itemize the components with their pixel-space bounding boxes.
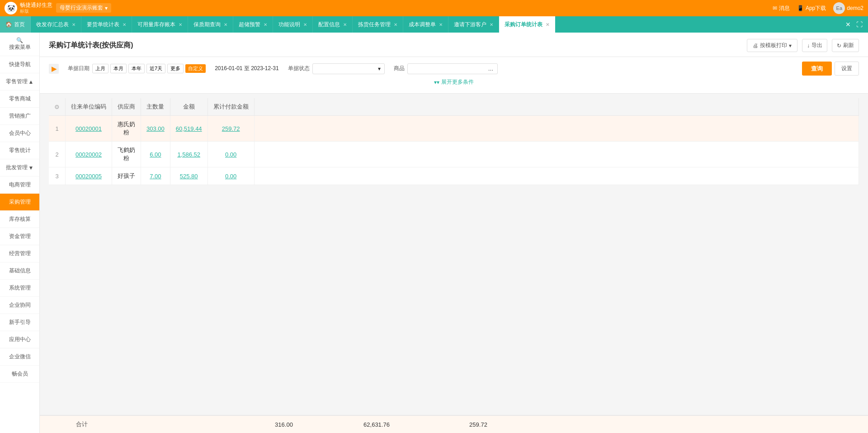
filter-dates: 上月 本月 本年 近7天 更多 自定义 <box>92 64 206 73</box>
app-download-btn[interactable]: 📱 App下载 <box>797 5 826 12</box>
amount-link[interactable]: 525.80 <box>180 173 198 180</box>
tab-keyongliang[interactable]: 可用量库存账本 ✕ <box>132 16 188 33</box>
qty-link[interactable]: 303.00 <box>146 125 165 132</box>
sidebar-item-huiyuanzhongxin[interactable]: 会员中心 <box>0 125 39 142</box>
print-arrow-icon: ▾ <box>789 43 792 49</box>
message-btn[interactable]: ✉ 消息 <box>773 5 790 12</box>
tab-yaoqingxiayou-close-icon[interactable]: ✕ <box>490 22 493 27</box>
sidebar-quick-nav[interactable]: 快捷导航 <box>0 56 39 73</box>
tab-home-label: 首页 <box>14 21 25 29</box>
tab-yaoqingxiayou-label: 邀请下游客户 <box>454 21 486 29</box>
paid-link[interactable]: 0.00 <box>225 151 236 158</box>
refresh-icon: ↻ <box>837 43 841 49</box>
sidebar-item-xitonggaunli[interactable]: 系统管理 <box>0 280 39 297</box>
sidebar-item-changhui[interactable]: 畅会员 <box>0 366 39 383</box>
tab-chengbentiaozhen-label: 成本调整单 <box>409 21 436 29</box>
sidebar-item-qiyeweixin[interactable]: 企业微信 <box>0 348 39 366</box>
nav-close-icon[interactable]: ✕ <box>844 19 853 30</box>
tab-chengbentiaozhen-close-icon[interactable]: ✕ <box>439 22 443 27</box>
col-paid: 累计付款金额 <box>208 98 254 116</box>
sidebar-item-caigouguanli[interactable]: 采购管理 <box>0 194 39 211</box>
sidebar-item-qiyexietong[interactable]: 企业协同 <box>0 297 39 314</box>
workspace-selector[interactable]: 母婴行业演示账套 ▾ <box>56 3 111 13</box>
sidebar-item-kucunhesuan[interactable]: 库存核算 <box>0 211 39 228</box>
print-icon: 🖨 <box>753 43 758 49</box>
tab-yaohuo-close-icon[interactable]: ✕ <box>123 22 126 27</box>
workspace-label: 母婴行业演示账套 <box>60 4 103 12</box>
amount-link[interactable]: 1,586.52 <box>177 151 200 158</box>
sidebar-search[interactable]: 🔍 搜索菜单 <box>0 33 39 56</box>
tab-yaoqingxiayou[interactable]: 邀请下游客户 ✕ <box>448 16 499 33</box>
paid-link[interactable]: 0.00 <box>225 173 236 180</box>
date-btn-shang-yue[interactable]: 上月 <box>92 64 108 73</box>
sidebar-quick-nav-label: 快捷导航 <box>2 61 38 68</box>
tab-caigoudingtongji[interactable]: 采购订单统计表 ✕ <box>499 16 555 33</box>
message-label: 消息 <box>779 5 790 12</box>
export-button[interactable]: ↓ 导出 <box>802 39 827 52</box>
sidebar-xinshouyindao-label: 新手引导 <box>9 319 31 325</box>
refresh-button[interactable]: ↻ 刷新 <box>832 39 859 52</box>
tab-chengbentiaozhen[interactable]: 成本调整单 ✕ <box>403 16 448 33</box>
nav-expand-icon[interactable]: ⛶ <box>854 19 864 30</box>
date-btn-7-days[interactable]: 近7天 <box>146 64 165 73</box>
print-button[interactable]: 🖨 按模板打印 ▾ <box>747 39 797 52</box>
tab-keyongliang-close-icon[interactable]: ✕ <box>179 22 182 27</box>
row-qty: 303.00 <box>141 116 170 142</box>
sidebar-item-lingshoutongji[interactable]: 零售统计 <box>0 142 39 159</box>
tab-baoyuanqi[interactable]: 保质期查询 ✕ <box>188 16 233 33</box>
sidebar-item-lingshougouwu[interactable]: 零售商城 <box>0 90 39 108</box>
tab-peizhi[interactable]: 配置信息 ✕ <box>313 16 353 33</box>
tab-paihuorenwu[interactable]: 拣货任务管理 ✕ <box>353 16 403 33</box>
tab-caigoudingtongji-close-icon[interactable]: ✕ <box>546 22 549 27</box>
sidebar-item-pifahguanli[interactable]: 批发管理 ▼ <box>0 159 39 176</box>
content-area: 采购订单统计表(按供应商) 🖨 按模板打印 ▾ ↓ 导出 ↻ 刷新 <box>40 33 868 433</box>
user-area[interactable]: Ea demo2 <box>833 2 863 14</box>
table-row: 2 00020002 飞鹤奶粉 6.00 1,586.52 0.00 <box>49 142 859 167</box>
sidebar-lingshoutongji-label: 零售统计 <box>9 147 31 153</box>
sidebar-kucunhesuan-label: 库存核算 <box>9 216 31 222</box>
date-btn-ben-nian[interactable]: 本年 <box>128 64 145 73</box>
sidebar-item-lingshoujingying[interactable]: 零售管理 ▲ <box>0 73 39 90</box>
sidebar-item-dianshanguanli[interactable]: 电商管理 <box>0 176 39 194</box>
code-link[interactable]: 00020002 <box>75 151 102 158</box>
date-btn-ben-yue[interactable]: 本月 <box>110 64 127 73</box>
sidebar-item-zijinguanli[interactable]: 资金管理 <box>0 228 39 245</box>
settings-button[interactable]: 设置 <box>835 62 859 76</box>
date-btn-more[interactable]: 更多 <box>167 64 184 73</box>
row-empty <box>254 116 859 142</box>
sidebar-item-yingxiaotuiguang[interactable]: 营销推广 <box>0 108 39 125</box>
tab-gongneng-close-icon[interactable]: ✕ <box>303 22 307 27</box>
tab-home[interactable]: 🏠 首页 <box>0 16 31 33</box>
sidebar-item-xinshouyindao[interactable]: 新手引导 <box>0 314 39 331</box>
sidebar-yingyongzhongxin-label: 应用中心 <box>9 336 31 343</box>
tab-shoufayuhui[interactable]: 收发存汇总表 ✕ <box>31 16 81 33</box>
paid-link[interactable]: 259.72 <box>222 125 240 132</box>
tab-paihuorenwu-close-icon[interactable]: ✕ <box>394 22 397 27</box>
tab-shoufayuhui-close-icon[interactable]: ✕ <box>72 22 75 27</box>
tab-gongneng[interactable]: 功能说明 ✕ <box>273 16 313 33</box>
col-settings-icon[interactable]: ⚙ <box>54 104 60 110</box>
tab-chaochu[interactable]: 超储预警 ✕ <box>233 16 273 33</box>
sidebar-item-jichuxinxi[interactable]: 基础信息 <box>0 262 39 280</box>
summary-paid-value: 259.72 <box>469 421 487 428</box>
sidebar-item-yingyongzhongxin[interactable]: 应用中心 <box>0 331 39 348</box>
qty-link[interactable]: 7.00 <box>150 173 161 180</box>
summary-amount: 62,631.76 <box>343 421 410 428</box>
filter-toggle-button[interactable]: ▶ <box>49 64 59 74</box>
date-filter-label: 单据日期 <box>68 65 90 72</box>
tab-peizhi-close-icon[interactable]: ✕ <box>343 22 347 27</box>
code-link[interactable]: 00020001 <box>75 125 102 132</box>
qty-link[interactable]: 6.00 <box>150 151 161 158</box>
date-custom-tag[interactable]: 自定义 <box>185 64 206 73</box>
tab-baoyuanqi-close-icon[interactable]: ✕ <box>224 22 227 27</box>
expand-button[interactable]: ▾▾ 展开更多条件 <box>434 78 474 86</box>
tab-yaohuo[interactable]: 要货单统计表 ✕ <box>81 16 132 33</box>
goods-select[interactable]: … <box>407 63 498 74</box>
query-button[interactable]: 查询 <box>802 62 832 76</box>
sidebar-item-jingying[interactable]: 经营管理 <box>0 245 39 262</box>
amount-link[interactable]: 60,519.44 <box>176 125 202 132</box>
code-link[interactable]: 00020005 <box>75 173 102 180</box>
tab-chaochu-close-icon[interactable]: ✕ <box>264 22 267 27</box>
sidebar-lingshoujingying-arrow-icon: ▲ <box>28 79 34 85</box>
status-select[interactable]: ▾ <box>312 63 385 74</box>
